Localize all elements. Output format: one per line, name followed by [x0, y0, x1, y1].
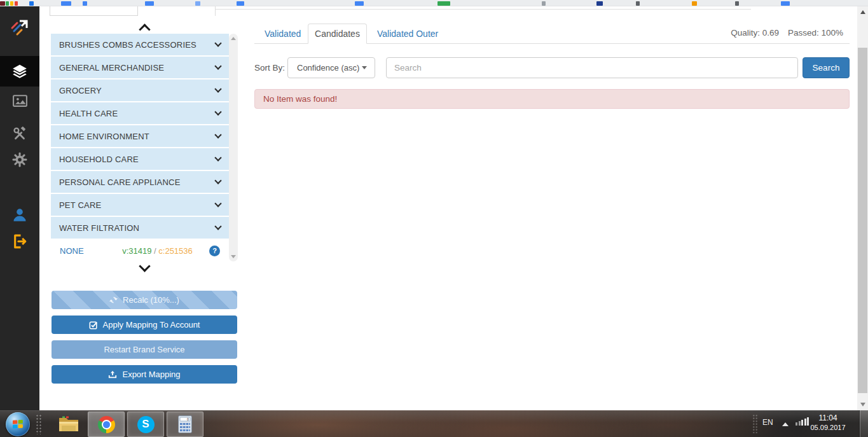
apply-mapping-button[interactable]: Apply Mapping To Account	[52, 316, 237, 334]
page-scrollbar[interactable]	[857, 6, 868, 410]
bookmark-favicon[interactable]	[61, 1, 71, 6]
bookmark-favicon[interactable]	[195, 1, 200, 6]
tray-clock[interactable]: 11:04 05.09.2017	[805, 413, 851, 431]
tray-grip	[752, 414, 758, 433]
bookmark-favicon[interactable]	[145, 1, 154, 6]
category-label: PET CARE	[59, 200, 216, 210]
taskbar-grip	[36, 414, 42, 434]
app-logo-icon[interactable]	[0, 15, 39, 41]
refresh-icon	[109, 296, 118, 304]
bookmark-favicon[interactable]	[542, 1, 546, 6]
recalc-label: Recalc (10%...)	[123, 295, 179, 305]
chevron-down-icon	[214, 85, 221, 92]
chrome-icon	[98, 416, 115, 433]
bookmark-favicon[interactable]	[781, 1, 790, 6]
show-desktop-button[interactable]	[859, 410, 868, 437]
category-row[interactable]: BRUSHES COMBS ACCESSORIES	[51, 34, 229, 55]
category-row[interactable]: HEALTH CARE	[51, 102, 229, 124]
chevron-down-icon	[214, 131, 221, 138]
search-button[interactable]: Search	[803, 57, 850, 78]
skype-icon: S	[137, 416, 155, 433]
windows-flag-icon	[12, 419, 24, 429]
category-label: BRUSHES COMBS ACCESSORIES	[59, 40, 216, 50]
user-icon	[11, 207, 28, 223]
export-mapping-label: Export Mapping	[122, 370, 180, 379]
check-icon	[89, 321, 98, 329]
export-icon	[108, 370, 117, 379]
recalc-button[interactable]: Recalc (10%...)	[52, 291, 237, 309]
bookmark-favicon[interactable]	[29, 1, 34, 6]
apply-mapping-label: Apply Mapping To Account	[103, 320, 200, 329]
sidebar-item-layers[interactable]	[0, 57, 39, 85]
bookmark-favicon[interactable]	[692, 1, 697, 6]
bookmark-favicon[interactable]	[15, 1, 18, 6]
passed-value: Passed: 100%	[788, 28, 843, 38]
scrollbar-down-arrow-icon[interactable]	[860, 403, 865, 406]
validated-count: v:31419	[122, 246, 151, 256]
app-top-tab-line	[216, 9, 751, 10]
search-input[interactable]	[386, 57, 798, 78]
bookmark-favicon[interactable]	[237, 1, 244, 6]
chevron-down-icon	[214, 200, 221, 207]
image-icon	[12, 93, 28, 109]
taskbar-file-explorer-button[interactable]	[55, 412, 83, 437]
sidebar-item-logout[interactable]	[0, 232, 39, 251]
taskbar: S 0	[0, 410, 868, 437]
sidebar-item-tools[interactable]	[0, 123, 39, 142]
bookmark-favicon[interactable]	[0, 1, 5, 6]
sort-select-value: Confidence (asc)	[297, 63, 362, 73]
export-mapping-button[interactable]: Export Mapping	[52, 365, 237, 384]
category-row[interactable]: GENERAL MERCHANDISE	[51, 57, 229, 78]
sidebar-item-settings[interactable]	[0, 150, 39, 169]
bookmark-favicon[interactable]	[596, 1, 603, 6]
chevron-down-icon	[214, 62, 221, 69]
category-row[interactable]: WATER FILTRATION	[51, 217, 229, 239]
sort-select[interactable]: Confidence (asc)	[287, 57, 375, 78]
category-list: BRUSHES COMBS ACCESSORIESGENERAL MERCHAN…	[51, 34, 229, 240]
restart-brand-service-button[interactable]: Restart Brand Service	[52, 340, 237, 359]
sidebar	[0, 6, 39, 410]
show-hidden-icons-arrow[interactable]	[782, 422, 789, 426]
sidebar-item-user[interactable]	[0, 205, 39, 225]
scrollbar-down-arrow-icon[interactable]	[231, 255, 236, 258]
sort-by-label: Sort By:	[254, 63, 285, 73]
restart-label: Restart Brand Service	[104, 345, 184, 354]
taskbar-chrome-button[interactable]	[88, 412, 125, 437]
category-label: WATER FILTRATION	[59, 223, 216, 233]
tray-date: 05.09.2017	[805, 424, 851, 431]
category-row[interactable]: PET CARE	[51, 194, 229, 216]
taskbar-calculator-button[interactable]: 0	[167, 412, 203, 437]
scrollbar-up-arrow-icon[interactable]	[860, 10, 865, 14]
category-row[interactable]: HOUSEHOLD CARE	[51, 148, 229, 170]
tab-validated-outer[interactable]: Validated Outer	[377, 29, 438, 39]
category-row-none[interactable]: NONE v:31419 / c:251536 ?	[51, 240, 229, 261]
scrollbar-up-arrow-icon[interactable]	[231, 37, 236, 40]
category-scroll-down-chevron[interactable]	[139, 260, 150, 272]
category-label: HOUSEHOLD CARE	[59, 155, 216, 164]
tab-candidates[interactable]: Candidates	[308, 24, 367, 44]
bookmark-favicon[interactable]	[83, 1, 87, 6]
tab-validated[interactable]: Validated	[265, 29, 301, 39]
category-row[interactable]: PERSONAL CARE APPLIANCE	[51, 171, 229, 193]
sidebar-item-images[interactable]	[0, 91, 39, 110]
tray-time: 11:04	[805, 413, 851, 422]
category-row[interactable]: GROCERY	[51, 80, 229, 101]
scrollbar-thumb[interactable]	[857, 48, 868, 393]
start-button[interactable]	[6, 412, 30, 436]
bookmark-favicon[interactable]	[735, 1, 739, 6]
bookmark-favicon[interactable]	[636, 1, 640, 6]
category-scrollbar[interactable]	[229, 34, 238, 261]
language-indicator[interactable]: EN	[762, 418, 773, 427]
taskbar-skype-button[interactable]: S	[127, 412, 164, 437]
category-label: GENERAL MERCHANDISE	[59, 63, 216, 73]
quality-summary: Quality: 0.69Passed: 100%	[636, 28, 843, 38]
none-label[interactable]: NONE	[60, 246, 106, 256]
category-row[interactable]: HOME ENVIRONMENT	[51, 125, 229, 147]
bookmark-favicon[interactable]	[6, 1, 9, 6]
screen: BRUSHES COMBS ACCESSORIESGENERAL MERCHAN…	[0, 0, 868, 437]
help-icon[interactable]: ?	[209, 246, 220, 256]
bookmark-favicon[interactable]	[10, 1, 13, 6]
bookmark-favicon[interactable]	[355, 1, 364, 6]
bookmark-favicon[interactable]	[437, 1, 450, 6]
none-stats: v:31419 / c:251536	[106, 246, 209, 256]
